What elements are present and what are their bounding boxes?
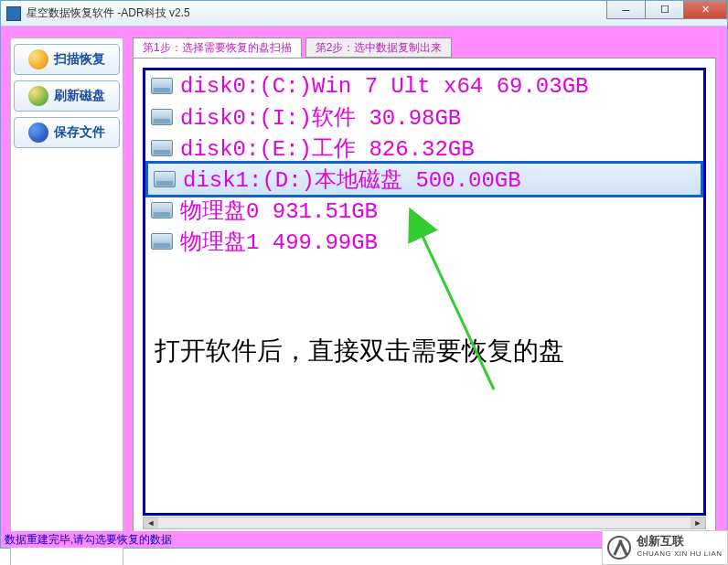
tab-step2[interactable]: 第2步：选中数据复制出来 bbox=[305, 37, 453, 58]
sidebar-item-label: 刷新磁盘 bbox=[54, 88, 105, 104]
scroll-right-arrow[interactable]: ► bbox=[691, 517, 705, 528]
step-tabs: 第1步：选择需要恢复的盘扫描 第2步：选中数据复制出来 bbox=[133, 37, 452, 58]
tab-label: 第2步：选中数据复制出来 bbox=[316, 40, 443, 56]
disk-icon bbox=[151, 78, 173, 94]
disk-text: 物理盘1 499.99GB bbox=[180, 227, 378, 256]
scroll-track[interactable] bbox=[158, 517, 691, 528]
disk-row[interactable]: disk0:(E:)工作 826.32GB bbox=[145, 133, 703, 164]
save-icon bbox=[28, 123, 48, 143]
app-icon bbox=[6, 6, 21, 21]
minimize-button[interactable]: ─ bbox=[606, 1, 645, 19]
window-title: 星空数据恢复软件 -ADR科技 v2.5 bbox=[27, 5, 190, 21]
refresh-icon bbox=[28, 86, 48, 106]
titlebar[interactable]: 星空数据恢复软件 -ADR科技 v2.5 ─ ☐ ✕ bbox=[1, 1, 727, 27]
tab-label: 第1步：选择需要恢复的盘扫描 bbox=[143, 40, 292, 56]
disk-text: disk0:(I:)软件 30.98GB bbox=[180, 102, 461, 132]
scan-icon bbox=[28, 49, 48, 69]
main-panel: disk0:(C:)Win 7 Ult x64 69.03GB disk0:(I… bbox=[133, 58, 716, 533]
sidebar: 扫描恢复 刷新磁盘 保存文件 bbox=[10, 37, 123, 565]
save-files-button[interactable]: 保存文件 bbox=[14, 117, 120, 148]
disk-list: disk0:(C:)Win 7 Ult x64 69.03GB disk0:(I… bbox=[143, 68, 706, 516]
disk-icon bbox=[151, 202, 173, 219]
app-window: 星空数据恢复软件 -ADR科技 v2.5 ─ ☐ ✕ 扫描恢复 刷新磁盘 保存文… bbox=[0, 0, 728, 549]
tab-step1[interactable]: 第1步：选择需要恢复的盘扫描 bbox=[133, 37, 302, 58]
watermark-text: 创新互联 CHUANG XIN HU LIAN bbox=[637, 535, 722, 560]
sidebar-item-label: 扫描恢复 bbox=[54, 51, 105, 68]
refresh-disks-button[interactable]: 刷新磁盘 bbox=[14, 80, 120, 112]
disk-row[interactable]: 物理盘1 499.99GB bbox=[145, 226, 703, 257]
status-text: 数据重建完毕,请勾选要恢复的数据 bbox=[5, 532, 172, 548]
watermark-logo-icon bbox=[607, 536, 631, 560]
watermark-line2: CHUANG XIN HU LIAN bbox=[637, 548, 722, 560]
window-controls: ─ ☐ ✕ bbox=[606, 1, 727, 19]
close-button[interactable]: ✕ bbox=[683, 1, 727, 19]
scroll-left-arrow[interactable]: ◄ bbox=[144, 517, 158, 528]
maximize-button[interactable]: ☐ bbox=[645, 1, 683, 19]
disk-text: 物理盘0 931.51GB bbox=[180, 196, 378, 225]
disk-icon bbox=[151, 233, 173, 250]
instruction-text: 打开软件后，直接双击需要恢复的盘 bbox=[155, 334, 564, 368]
disk-row[interactable]: disk0:(I:)软件 30.98GB bbox=[145, 101, 703, 133]
disk-row-selected[interactable]: disk1:(D:)本地磁盘 500.00GB bbox=[145, 161, 703, 197]
horizontal-scrollbar[interactable]: ◄ ► bbox=[143, 517, 706, 529]
watermark-line1: 创新互联 bbox=[637, 535, 722, 548]
watermark: 创新互联 CHUANG XIN HU LIAN bbox=[602, 530, 728, 565]
disk-text: disk1:(D:)本地磁盘 500.00GB bbox=[183, 165, 521, 194]
disk-row[interactable]: disk0:(C:)Win 7 Ult x64 69.03GB bbox=[145, 70, 703, 101]
disk-row[interactable]: 物理盘0 931.51GB bbox=[145, 195, 703, 226]
disk-icon bbox=[154, 171, 176, 187]
disk-text: disk0:(C:)Win 7 Ult x64 69.03GB bbox=[180, 74, 588, 99]
sidebar-item-label: 保存文件 bbox=[54, 124, 105, 141]
disk-icon bbox=[151, 140, 173, 156]
disk-icon bbox=[151, 109, 173, 125]
scan-recover-button[interactable]: 扫描恢复 bbox=[14, 44, 120, 75]
disk-text: disk0:(E:)工作 826.32GB bbox=[180, 133, 475, 163]
